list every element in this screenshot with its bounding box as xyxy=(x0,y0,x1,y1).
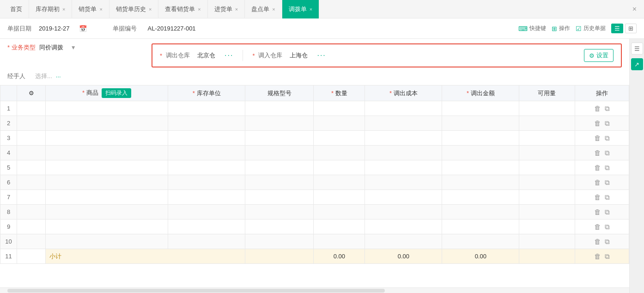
row-amount[interactable] xyxy=(442,101,519,116)
row-product[interactable] xyxy=(46,175,168,190)
row-cost[interactable] xyxy=(365,234,442,249)
business-type-select[interactable]: 同价调拨 ▼ xyxy=(39,43,141,52)
row-product[interactable] xyxy=(46,205,168,220)
copy-icon[interactable]: ⧉ xyxy=(605,193,610,201)
in-warehouse-more[interactable]: ··· xyxy=(317,51,326,60)
row-product[interactable] xyxy=(46,234,168,249)
delete-icon[interactable]: 🗑 xyxy=(594,178,601,186)
tab-inventory-close[interactable]: × xyxy=(272,6,275,12)
operations-btn[interactable]: ⊞ 操作 xyxy=(552,24,570,32)
tab-sales-order-close[interactable]: × xyxy=(99,6,102,12)
row-qty[interactable] xyxy=(314,190,365,205)
row-amount[interactable] xyxy=(442,190,519,205)
row-product[interactable] xyxy=(46,146,168,160)
row-qty[interactable] xyxy=(314,131,365,146)
view-grid-btn[interactable]: ⊞ xyxy=(625,24,637,33)
copy-icon[interactable]: ⧉ xyxy=(605,178,610,186)
row-spec[interactable] xyxy=(245,116,314,131)
row-spec[interactable] xyxy=(245,175,314,190)
close-all-tabs[interactable]: × xyxy=(629,3,640,15)
delete-icon[interactable]: 🗑 xyxy=(594,252,601,260)
copy-icon[interactable]: ⧉ xyxy=(605,238,610,245)
row-qty[interactable] xyxy=(314,160,365,175)
row-unit[interactable] xyxy=(168,116,245,131)
row-spec[interactable] xyxy=(245,220,314,234)
row-cost[interactable] xyxy=(365,160,442,175)
row-unit[interactable] xyxy=(168,205,245,220)
tab-transfer-close[interactable]: × xyxy=(310,6,312,12)
row-cost[interactable] xyxy=(365,116,442,131)
row-spec[interactable] xyxy=(245,101,314,116)
delete-icon[interactable]: 🗑 xyxy=(594,104,601,112)
row-spec[interactable] xyxy=(245,131,314,146)
tab-view-sales[interactable]: 查看销货单 × xyxy=(158,0,207,18)
copy-icon[interactable]: ⧉ xyxy=(605,149,610,157)
row-qty[interactable] xyxy=(314,220,365,234)
row-amount[interactable] xyxy=(442,220,519,234)
delete-icon[interactable]: 🗑 xyxy=(594,164,601,171)
row-cost[interactable] xyxy=(365,190,442,205)
row-product[interactable] xyxy=(46,160,168,175)
row-amount[interactable] xyxy=(442,160,519,175)
row-unit[interactable] xyxy=(168,131,245,146)
gear-col-icon[interactable]: ⚙ xyxy=(29,90,34,97)
row-qty[interactable] xyxy=(314,116,365,131)
copy-icon[interactable]: ⧉ xyxy=(605,119,610,127)
row-unit[interactable] xyxy=(168,220,245,234)
view-list-btn[interactable]: ☰ xyxy=(611,24,623,33)
row-amount[interactable] xyxy=(442,234,519,249)
row-cost[interactable] xyxy=(365,101,442,116)
row-unit[interactable] xyxy=(168,101,245,116)
row-amount[interactable] xyxy=(442,131,519,146)
handler-more[interactable]: ··· xyxy=(56,73,61,80)
tab-home[interactable]: 首页 xyxy=(4,0,29,18)
tab-purchase[interactable]: 进货单 × xyxy=(208,0,245,18)
tab-sales-history[interactable]: 销货单历史 × xyxy=(109,0,158,18)
row-qty[interactable] xyxy=(314,234,365,249)
scrollbar-thumb[interactable] xyxy=(7,289,385,293)
row-amount[interactable] xyxy=(442,116,519,131)
settings-button[interactable]: ⚙ 设置 xyxy=(584,49,614,62)
row-qty[interactable] xyxy=(314,146,365,160)
delete-icon[interactable]: 🗑 xyxy=(594,238,601,245)
tab-inventory[interactable]: 盘点单 × xyxy=(245,0,282,18)
row-product[interactable] xyxy=(46,116,168,131)
tab-view-sales-close[interactable]: × xyxy=(198,6,200,12)
delete-icon[interactable]: 🗑 xyxy=(594,223,601,231)
copy-icon[interactable]: ⧉ xyxy=(605,164,610,171)
tab-sales-history-close[interactable]: × xyxy=(149,6,152,12)
tab-inventory-init[interactable]: 库存期初 × xyxy=(29,0,72,18)
row-qty[interactable] xyxy=(314,101,365,116)
row-amount[interactable] xyxy=(442,146,519,160)
dropdown-arrow-icon[interactable]: ▼ xyxy=(71,44,76,51)
row-unit[interactable] xyxy=(168,234,245,249)
right-panel-export-btn[interactable]: ↗ xyxy=(631,58,643,70)
row-product[interactable] xyxy=(46,190,168,205)
row-amount[interactable] xyxy=(442,205,519,220)
delete-icon[interactable]: 🗑 xyxy=(594,149,601,157)
copy-icon[interactable]: ⧉ xyxy=(605,134,610,142)
horizontal-scrollbar[interactable] xyxy=(0,287,629,293)
row-spec[interactable] xyxy=(245,146,314,160)
row-cost[interactable] xyxy=(365,220,442,234)
out-warehouse-more[interactable]: ··· xyxy=(225,51,233,60)
copy-icon[interactable]: ⧉ xyxy=(605,104,610,112)
row-cost[interactable] xyxy=(365,175,442,190)
row-unit[interactable] xyxy=(168,190,245,205)
row-spec[interactable] xyxy=(245,234,314,249)
row-qty[interactable] xyxy=(314,175,365,190)
row-spec[interactable] xyxy=(245,205,314,220)
row-cost[interactable] xyxy=(365,131,442,146)
shortcuts-btn[interactable]: ⌨ 快捷键 xyxy=(518,24,546,32)
row-product[interactable] xyxy=(46,101,168,116)
tab-inventory-init-close[interactable]: × xyxy=(62,6,65,12)
row-spec[interactable] xyxy=(245,160,314,175)
copy-icon[interactable]: ⧉ xyxy=(605,252,610,260)
row-cost[interactable] xyxy=(365,205,442,220)
row-product[interactable] xyxy=(46,131,168,146)
copy-icon[interactable]: ⧉ xyxy=(605,223,610,231)
scan-button[interactable]: 扫码录入 xyxy=(102,88,131,98)
delete-icon[interactable]: 🗑 xyxy=(594,134,601,142)
row-amount[interactable] xyxy=(442,175,519,190)
history-btn[interactable]: ☑ 历史单据 xyxy=(576,24,606,32)
